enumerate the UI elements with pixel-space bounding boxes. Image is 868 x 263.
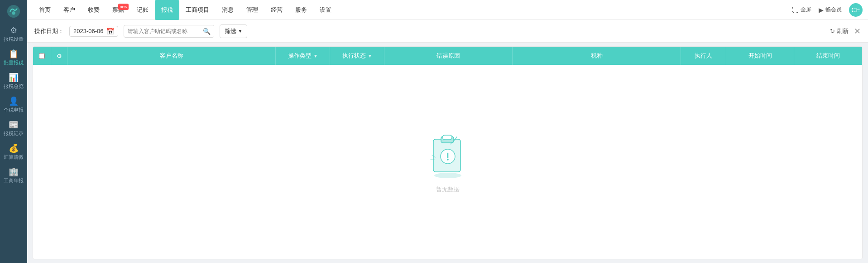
overview-icon: 📊	[9, 73, 19, 82]
nav-shoufei[interactable]: 收费	[82, 0, 106, 20]
th-checkbox[interactable]	[33, 47, 51, 65]
gear-icon: ⚙	[57, 53, 62, 59]
sidebar-item-huisuanjiaona[interactable]: 💰 汇算清缴	[0, 141, 27, 164]
date-picker[interactable]: 2023-06-06 📅	[69, 26, 118, 37]
topnav-right: ⛶ 全屏 ▶ 畅会员 CE	[792, 3, 863, 17]
calendar-icon: 📅	[106, 28, 114, 35]
date-label: 操作日期：	[34, 27, 64, 35]
sidebar-item-baoshuizonglan[interactable]: 📊 报税总览	[0, 70, 27, 93]
search-input[interactable]	[124, 26, 199, 37]
empty-illustration	[425, 130, 470, 180]
record-icon: 📰	[9, 121, 19, 129]
nav-gongshangxiangmu[interactable]: 工商项目	[179, 0, 216, 20]
sidebar-item-baoshuijilu[interactable]: 📰 报税记录	[0, 117, 27, 141]
search-button[interactable]: 🔍	[199, 25, 214, 37]
th-gear[interactable]: ⚙	[51, 47, 67, 65]
sidebar-item-gesuishenbao[interactable]: 👤 个税申报	[0, 93, 27, 117]
nav-home[interactable]: 首页	[33, 0, 57, 20]
top-navigation: 首页 客户 收费 票据 new 记账 报税 工商项目 消息	[27, 0, 868, 20]
th-start-time: 开始时间	[726, 47, 794, 65]
main-area: 首页 客户 收费 票据 new 记账 报税 工商项目 消息	[27, 0, 868, 263]
toolbar: 操作日期： 2023-06-06 📅 🔍 筛选 ▼ ↻ 刷新 ✕	[27, 20, 868, 43]
nav-guanli[interactable]: 管理	[240, 0, 264, 20]
sidebar-item-piliangbaoshui[interactable]: 📋 批量报税	[0, 46, 27, 70]
th-executor: 执行人	[681, 47, 726, 65]
sidebar-logo	[0, 0, 27, 23]
select-all-checkbox[interactable]	[39, 53, 45, 59]
th-execution-status[interactable]: 执行状态 ▼	[330, 47, 384, 65]
refresh-button[interactable]: ↻ 刷新	[830, 27, 849, 35]
table-header: ⚙ 客户名称 操作类型 ▼ 执行状态 ▼ 错误原因 税种	[33, 47, 862, 65]
nav-xiaoxi[interactable]: 消息	[216, 0, 240, 20]
nav-jingying[interactable]: 经营	[264, 0, 289, 20]
chevron-down-icon: ▼	[238, 29, 243, 34]
personal-tax-icon: 👤	[9, 97, 19, 105]
svg-point-2	[434, 173, 461, 178]
table-body: 暂无数据	[33, 65, 862, 259]
video-icon: ▶	[819, 6, 824, 14]
filter-label: 筛选	[225, 27, 236, 35]
search-box: 🔍	[124, 25, 214, 38]
nav-customer[interactable]: 客户	[57, 0, 82, 20]
date-value: 2023-06-06	[73, 28, 104, 34]
empty-text: 暂无数据	[436, 185, 460, 194]
avatar[interactable]: CE	[849, 3, 863, 17]
filter-status-icon: ▼	[368, 54, 372, 58]
member-button[interactable]: ▶ 畅会员	[819, 6, 842, 14]
nav-jizhang[interactable]: 记账	[130, 0, 155, 20]
nav-shezhi[interactable]: 设置	[313, 0, 338, 20]
th-customer-name: 客户名称	[67, 47, 276, 65]
new-badge: new	[118, 4, 129, 10]
svg-point-8	[447, 159, 449, 161]
svg-point-1	[12, 11, 15, 15]
filter-button[interactable]: 筛选 ▼	[220, 24, 248, 38]
batch-tax-icon: 📋	[9, 50, 19, 58]
empty-state: 暂无数据	[33, 65, 862, 259]
nav-fuwu[interactable]: 服务	[289, 0, 313, 20]
filter-type-icon: ▼	[313, 54, 318, 58]
th-tax-type: 税种	[513, 47, 681, 65]
th-operation-type[interactable]: 操作类型 ▼	[276, 47, 330, 65]
fullscreen-icon: ⛶	[792, 6, 799, 14]
content-area: 操作日期： 2023-06-06 📅 🔍 筛选 ▼ ↻ 刷新 ✕	[27, 20, 868, 263]
close-button[interactable]: ✕	[854, 27, 861, 35]
settlement-icon: 💰	[9, 144, 19, 152]
fullscreen-button[interactable]: ⛶ 全屏	[792, 6, 811, 14]
sidebar-item-gongshangnianBao[interactable]: 🏢 工商年报	[0, 164, 27, 188]
sidebar: ⚙ 报税设置 📋 批量报税 📊 报税总览 👤 个税申报 📰 报税记录 💰 汇算清…	[0, 0, 27, 263]
svg-rect-5	[443, 135, 452, 140]
nav-items: 首页 客户 收费 票据 new 记账 报税 工商项目 消息	[33, 0, 792, 20]
annual-report-icon: 🏢	[9, 168, 19, 176]
sidebar-item-baoshuishezhi[interactable]: ⚙ 报税设置	[0, 23, 27, 46]
th-error-reason: 错误原因	[384, 47, 513, 65]
th-end-time: 结束时间	[794, 47, 862, 65]
nav-baoshui[interactable]: 报税	[155, 0, 179, 20]
data-table: ⚙ 客户名称 操作类型 ▼ 执行状态 ▼ 错误原因 税种	[33, 46, 863, 259]
nav-piaoju[interactable]: 票据 new	[106, 0, 130, 20]
refresh-icon: ↻	[830, 28, 835, 34]
settings-icon: ⚙	[10, 26, 17, 34]
